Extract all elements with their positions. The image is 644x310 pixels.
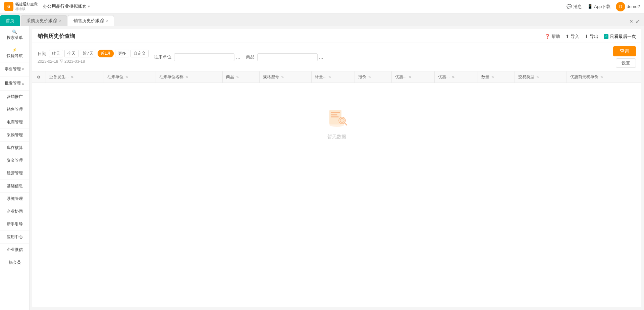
- sidebar-item-member[interactable]: 畅会员: [0, 256, 29, 269]
- sidebar-item-retail[interactable]: 零售管理 ▼: [0, 62, 29, 76]
- sidebar-item-wechat[interactable]: 企业微信: [0, 244, 29, 256]
- table-col-no-tax-price[interactable]: 优惠前无税单价 ⇅: [567, 71, 641, 83]
- sidebar-item-app-center[interactable]: 应用中心: [0, 231, 29, 244]
- close-all-tabs-button[interactable]: ×: [630, 18, 633, 24]
- date-btn-more[interactable]: 更多: [115, 50, 129, 57]
- export-icon: ⬇: [585, 34, 588, 39]
- product-input-area: ...: [257, 53, 323, 61]
- query-button[interactable]: 查询: [613, 46, 636, 56]
- date-btn-today[interactable]: 今天: [64, 50, 78, 57]
- sidebar-item-member-label: 畅会员: [9, 260, 21, 265]
- export-label: 导出: [590, 34, 598, 40]
- table-col-biz-date[interactable]: 业务发生... ⇅: [46, 71, 104, 83]
- table-col-gear[interactable]: ⚙: [32, 71, 46, 83]
- sidebar-item-marketing[interactable]: 营销推广: [0, 91, 29, 103]
- table-col-discount1[interactable]: 优惠... ⇅: [391, 71, 435, 83]
- sidebar-item-wholesale-label: 批发管理: [5, 81, 21, 86]
- table-col-partner-code[interactable]: 往来单位 ⇅: [104, 71, 156, 83]
- table-col-spec[interactable]: 规格型号 ⇅: [260, 71, 312, 83]
- tab-bar-actions: × ⤢: [630, 18, 644, 26]
- product-input[interactable]: [257, 53, 318, 61]
- sort-icon: ⇅: [185, 75, 188, 79]
- date-btn-7days[interactable]: 近7天: [80, 50, 96, 57]
- sort-icon: ⇅: [71, 75, 73, 79]
- date-btn-custom[interactable]: 自定义: [130, 50, 149, 57]
- sidebar-item-base-info[interactable]: 基础信息: [0, 180, 29, 193]
- sidebar-item-enterprise[interactable]: 企业协同: [0, 205, 29, 218]
- tab-sales[interactable]: 销售历史价跟踪 ×: [68, 15, 114, 26]
- table-header: ⚙ 业务发生... ⇅ 往来单位: [32, 71, 641, 83]
- sidebar: 🔍 搜索菜单 ⚡ 快捷导航 零售管理 ▼ 批发管理 ▲ 营销推广 销售管理 电商…: [0, 26, 30, 310]
- partner-label: 往来单位: [154, 54, 171, 60]
- sidebar-item-purchase-mgmt[interactable]: 采购管理: [0, 129, 29, 142]
- chevron-down-icon: ▼: [21, 67, 25, 71]
- import-action[interactable]: ⬆ 导入: [566, 34, 579, 40]
- sort-icon: ⇅: [125, 75, 128, 79]
- phone-icon: 📱: [587, 4, 593, 9]
- table-col-trade-type[interactable]: 交易类型 ⇅: [515, 71, 567, 83]
- sidebar-item-marketing-label: 营销推广: [7, 94, 23, 100]
- sidebar-item-quick-nav[interactable]: ⚡ 快捷导航: [0, 44, 29, 62]
- search-icon: 🔍: [12, 30, 17, 34]
- date-buttons: 昨天 今天 近7天 近1月 更多 自定义: [49, 50, 149, 57]
- sidebar-item-finance[interactable]: 资金管理: [0, 154, 29, 167]
- message-label: 消息: [573, 4, 582, 10]
- app-download-action[interactable]: 📱 App下载: [587, 4, 610, 10]
- table-col-quote[interactable]: 报价 ⇅: [355, 71, 391, 83]
- sidebar-item-ecommerce-label: 电商管理: [7, 119, 23, 125]
- avatar: D: [616, 2, 625, 11]
- message-icon: 💬: [567, 4, 572, 9]
- sidebar-item-finance-label: 资金管理: [7, 158, 23, 163]
- sort-icon: ⇅: [600, 75, 603, 79]
- sort-icon: ⇅: [368, 75, 371, 79]
- tab-home[interactable]: 首页: [0, 15, 20, 26]
- only-last-checkbox[interactable]: ✓: [604, 34, 608, 39]
- partner-select-button[interactable]: ...: [236, 54, 240, 60]
- user-area[interactable]: D demo2: [616, 2, 640, 11]
- sidebar-item-guide[interactable]: 新手引导: [0, 218, 29, 231]
- product-select-button[interactable]: ...: [319, 54, 323, 60]
- table-col-discount2[interactable]: 优惠... ⇅: [435, 71, 478, 83]
- sidebar-item-retail-label: 零售管理: [5, 66, 21, 72]
- sidebar-item-operations-label: 经营管理: [7, 170, 23, 176]
- sidebar-item-sales-mgmt[interactable]: 销售管理: [0, 103, 29, 116]
- date-btn-yesterday[interactable]: 昨天: [49, 50, 63, 57]
- top-bar-right: 💬 消息 📱 App下载 D demo2: [567, 2, 640, 11]
- sidebar-item-system[interactable]: 系统管理: [0, 193, 29, 205]
- svg-rect-4: [331, 116, 339, 117]
- tab-purchase[interactable]: 采购历史价跟踪 ×: [21, 15, 67, 26]
- only-last-checkbox-area[interactable]: ✓ 只看最后一次: [604, 34, 636, 40]
- partner-input[interactable]: [174, 53, 234, 61]
- date-buttons-group: 日期 昨天 今天 近7天 近1月 更多 自定义: [38, 50, 149, 57]
- sidebar-item-wholesale[interactable]: 批发管理 ▲: [0, 76, 29, 91]
- content-area: 销售历史价查询 ❓ 帮助 ⬆ 导入 ⬇ 导出 ✓: [30, 26, 644, 310]
- tab-purchase-close[interactable]: ×: [59, 18, 61, 23]
- sidebar-item-search-menu[interactable]: 🔍 搜索菜单: [0, 26, 29, 44]
- help-action[interactable]: ❓ 帮助: [545, 34, 560, 40]
- chevron-down-icon[interactable]: ▾: [88, 4, 90, 9]
- table-area: ⚙ 业务发生... ⇅ 往来单位: [32, 71, 641, 307]
- export-action[interactable]: ⬇ 导出: [585, 34, 598, 40]
- sidebar-item-app-center-label: 应用中心: [7, 234, 23, 240]
- table-col-partner-name[interactable]: 往来单位名称 ⇅: [156, 71, 223, 83]
- table-col-product[interactable]: 商品 ⇅: [223, 71, 260, 83]
- sidebar-item-inventory[interactable]: 库存核算: [0, 142, 29, 154]
- table-col-quantity[interactable]: 数量 ⇅: [478, 71, 515, 83]
- fullscreen-button[interactable]: ⤢: [636, 18, 640, 24]
- message-action[interactable]: 💬 消息: [567, 4, 582, 10]
- app-download-label: App下载: [594, 4, 610, 10]
- sort-icon: ⇅: [491, 75, 494, 79]
- partner-input-area: ...: [174, 53, 240, 61]
- tab-sales-close[interactable]: ×: [106, 18, 108, 23]
- date-btn-1month[interactable]: 近1月: [98, 50, 114, 57]
- sidebar-item-ecommerce[interactable]: 电商管理: [0, 116, 29, 129]
- svg-rect-2: [331, 112, 340, 113]
- table-col-unit[interactable]: 计量... ⇅: [312, 71, 355, 83]
- only-last-label: 只看最后一次: [610, 34, 636, 40]
- logo-text-area: 畅捷通好生意 标准版: [15, 2, 38, 11]
- page-header-actions: ❓ 帮助 ⬆ 导入 ⬇ 导出 ✓ 只看最后一次: [545, 34, 636, 40]
- sort-icon: ⇅: [281, 75, 284, 79]
- sort-icon: ⇅: [536, 75, 539, 79]
- settings-button[interactable]: 设置: [616, 58, 636, 68]
- sidebar-item-operations[interactable]: 经营管理: [0, 167, 29, 180]
